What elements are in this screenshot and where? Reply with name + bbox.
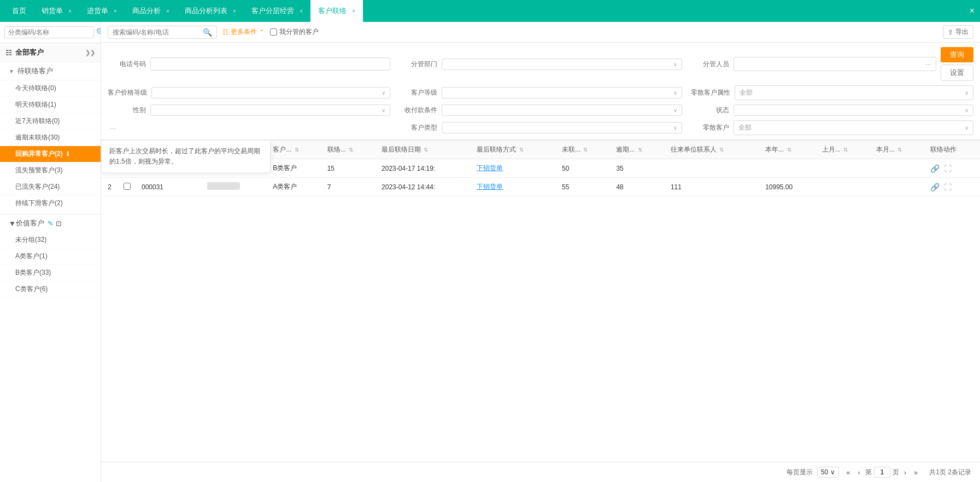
edit-icon[interactable]: ✎ bbox=[48, 219, 54, 228]
first-page-btn[interactable]: « bbox=[843, 467, 853, 478]
customertype-select[interactable]: ∨ bbox=[442, 122, 682, 133]
pending-group-header[interactable]: ▼ 待联络客户 bbox=[0, 62, 101, 80]
nav-sales-close[interactable]: × bbox=[68, 8, 72, 14]
dept-label: 分管部门 bbox=[399, 60, 437, 69]
row2-link-icon[interactable]: 🔗 bbox=[930, 183, 940, 191]
row2-checkbox[interactable] bbox=[118, 178, 136, 196]
sidebar-item-unclassified[interactable]: 未分组(32) bbox=[0, 232, 101, 248]
col-not-contact[interactable]: 未联... ⇅ bbox=[556, 141, 611, 159]
filter-retailcustomer-row: 零散客户 全部 ∨ bbox=[691, 120, 973, 135]
sidebar-item-churned[interactable]: 已流失客户(24) bbox=[0, 179, 101, 195]
row1-action: 🔗 ⛶ bbox=[925, 159, 980, 178]
payment-arrow: ∨ bbox=[673, 107, 677, 113]
main-layout: 🔍 ☷ 全部客户 ❯❯ ▼ 待联络客户 今天待联络(0) 明天待联络(1) 近7… bbox=[0, 22, 980, 482]
dept-select[interactable]: ∨ bbox=[442, 59, 682, 70]
last-page-btn[interactable]: » bbox=[911, 467, 920, 478]
per-page-select[interactable]: 50 ∨ bbox=[817, 467, 839, 478]
sort-notcontact-icon: ⇅ bbox=[583, 147, 588, 153]
prev-page-btn[interactable]: ‹ bbox=[855, 467, 862, 478]
row2-level: A类客户 bbox=[267, 178, 321, 196]
main-search-icon[interactable]: 🔍 bbox=[203, 28, 212, 37]
extra-dots[interactable]: ··· bbox=[110, 124, 116, 132]
settings-button[interactable]: 设置 bbox=[941, 65, 973, 81]
sidebar-item-b-class[interactable]: B类客户(33) bbox=[0, 265, 101, 281]
nav-product-analysis[interactable]: 商品分析 × bbox=[125, 0, 177, 22]
row2-grid-icon[interactable]: ⛶ bbox=[944, 183, 952, 191]
my-customer-checkbox[interactable] bbox=[270, 28, 277, 36]
row1-lastmethod[interactable]: 下销货单 bbox=[471, 159, 556, 178]
person-dots[interactable]: ··· bbox=[925, 60, 931, 68]
nav-product-list[interactable]: 商品分析列表 × bbox=[177, 0, 244, 22]
nav-customer-tier-close[interactable]: × bbox=[300, 8, 303, 14]
row1-grid-icon[interactable]: ⛶ bbox=[944, 164, 952, 173]
nav-customer-contact[interactable]: 客户联络 × bbox=[310, 0, 363, 22]
sidebar-item-churn-warning[interactable]: 流失预警客户(3) bbox=[0, 162, 101, 179]
gender-arrow: ∨ bbox=[382, 107, 385, 113]
sidebar-item-declining[interactable]: 持续下滑客户(2) bbox=[0, 195, 101, 212]
nav-product-analysis-close[interactable]: × bbox=[166, 8, 169, 14]
sidebar-item-7days[interactable]: 近7天待联络(0) bbox=[0, 113, 101, 130]
nav-sales[interactable]: 销货单 × bbox=[34, 0, 79, 22]
sidebar-item-abnormal[interactable]: 回购异常客户(2) ℹ bbox=[0, 146, 101, 162]
sort-contact-icon: ⇅ bbox=[349, 147, 353, 153]
query-button[interactable]: 查询 bbox=[941, 47, 973, 62]
sidebar-item-today[interactable]: 今天待联络(0) bbox=[0, 80, 101, 97]
sidebar-item-c-class[interactable]: C类客户(6) bbox=[0, 281, 101, 298]
row2-lastdate: 2023-04-12 14:44: bbox=[376, 178, 471, 196]
content-area: 🔍 ☷ 更多条件 ⌃ 我分管的客户 ⇧ 导出 电话号码 bbox=[101, 22, 980, 482]
retailattr-arrow: ∨ bbox=[965, 90, 969, 96]
person-label: 分管人员 bbox=[691, 60, 729, 69]
pricelevel-select[interactable]: ∨ bbox=[151, 87, 390, 98]
more-conditions-btn[interactable]: ☷ 更多条件 ⌃ bbox=[222, 27, 265, 37]
col-this-month[interactable]: 本月... ⇅ bbox=[871, 141, 925, 159]
value-group-header[interactable]: ▼ 价值客户 ✎ ⊡ bbox=[0, 214, 101, 232]
status-select[interactable]: ∨ bbox=[733, 104, 973, 116]
page-input[interactable] bbox=[874, 467, 890, 478]
col-customer-level[interactable]: 客户... ⇅ bbox=[267, 141, 321, 159]
window-close-btn[interactable]: × bbox=[970, 6, 975, 16]
abnormal-info-icon: ℹ bbox=[67, 150, 69, 157]
filter-phone-row: 电话号码 bbox=[108, 47, 390, 81]
sidebar-item-a-class[interactable]: A类客户(1) bbox=[0, 248, 101, 265]
export-button[interactable]: ⇧ 导出 bbox=[943, 25, 973, 39]
row2-select[interactable] bbox=[124, 183, 131, 190]
col-last-method[interactable]: 最后联络方式 ⇅ bbox=[471, 141, 556, 159]
customerlevel-select[interactable]: ∨ bbox=[442, 87, 682, 98]
table-area: ⚙ 客户编码 ⇅ 客户名称 ⇅ bbox=[101, 140, 980, 462]
my-customer-filter[interactable]: 我分管的客户 bbox=[270, 27, 319, 37]
row2-code: 000031 bbox=[136, 178, 202, 196]
col-last-month[interactable]: 上月... ⇅ bbox=[817, 141, 871, 159]
col-last-date[interactable]: 最后联络日期 ⇅ bbox=[376, 141, 471, 159]
nav-customer-tier[interactable]: 客户分层经营 × bbox=[244, 0, 310, 22]
row1-link-icon[interactable]: 🔗 bbox=[930, 164, 940, 173]
col-this-year[interactable]: 本年... ⇅ bbox=[760, 141, 816, 159]
sidebar-search-input[interactable] bbox=[4, 26, 94, 38]
main-search-input[interactable] bbox=[113, 28, 203, 36]
sidebar-item-overdue[interactable]: 逾期未联络(30) bbox=[0, 130, 101, 146]
person-select[interactable]: ··· bbox=[733, 57, 936, 71]
payment-select[interactable]: ∨ bbox=[442, 104, 682, 116]
phone-input[interactable] bbox=[150, 57, 390, 71]
nav-purchase-close[interactable]: × bbox=[114, 8, 117, 14]
gender-select[interactable]: ∨ bbox=[150, 104, 390, 116]
sidebar-search-icon[interactable]: 🔍 bbox=[96, 28, 101, 37]
customertype-label: 客户类型 bbox=[399, 123, 437, 132]
row1-lastdate: 2023-04-17 14:19: bbox=[376, 159, 471, 178]
sidebar-all-customers[interactable]: ☷ 全部客户 ❯❯ bbox=[0, 43, 101, 62]
nav-home[interactable]: 首页 bbox=[4, 0, 34, 22]
row1-thismonth bbox=[871, 159, 925, 178]
col-contact-count[interactable]: 联络... ⇅ bbox=[322, 141, 376, 159]
row2-thisyear: 10995.00 bbox=[760, 178, 816, 196]
retailcustomer-select[interactable]: 全部 ∨ bbox=[733, 120, 973, 135]
next-page-btn[interactable]: › bbox=[901, 467, 909, 478]
col-overdue[interactable]: 逾期... ⇅ bbox=[611, 141, 665, 159]
nav-purchase[interactable]: 进货单 × bbox=[79, 0, 125, 22]
col-contact-person[interactable]: 往来单位联系人 ⇅ bbox=[665, 141, 760, 159]
row2-lastmethod[interactable]: 下销货单 bbox=[471, 178, 556, 196]
retailattr-select[interactable]: 全部 ∨ bbox=[735, 85, 973, 100]
sidebar-collapse-btn[interactable]: ❯❯ bbox=[85, 49, 95, 56]
nav-product-list-close[interactable]: × bbox=[233, 8, 236, 14]
sidebar-item-tomorrow[interactable]: 明天待联络(1) bbox=[0, 97, 101, 113]
nav-customer-contact-close[interactable]: × bbox=[352, 8, 355, 14]
page-suffix: 页 bbox=[893, 468, 899, 477]
